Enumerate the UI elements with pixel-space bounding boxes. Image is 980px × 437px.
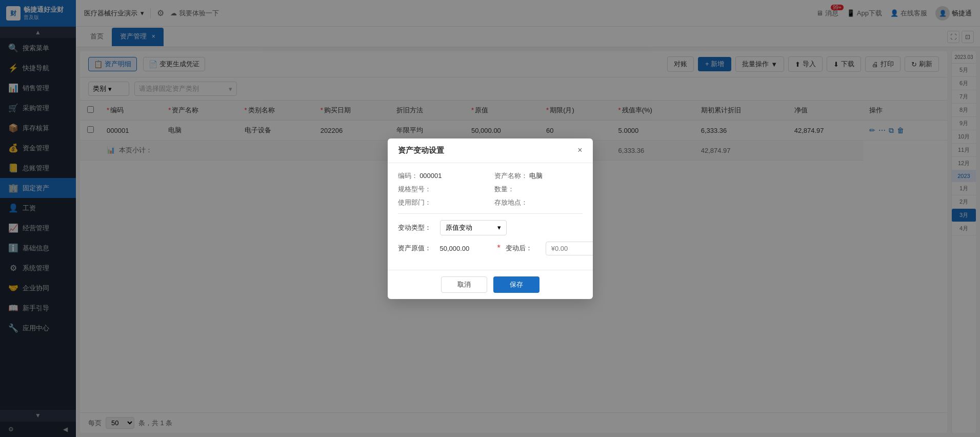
dialog-header: 资产变动设置 ×: [388, 138, 593, 163]
after-change-input[interactable]: [546, 242, 593, 255]
dialog-body: 编码： 000001 资产名称： 电脑 规格型号： 数量： 使用部门：: [388, 163, 593, 270]
dialog-quantity: 数量：: [494, 185, 583, 194]
asset-original-value: 50,000.00: [440, 245, 491, 252]
cancel-btn[interactable]: 取消: [441, 276, 487, 293]
dialog-department: 使用部门：: [398, 198, 486, 207]
change-type-value: 原值变动: [446, 223, 472, 232]
dialog-code: 编码： 000001: [398, 171, 486, 181]
after-change-label: 变动后：: [506, 244, 542, 253]
change-type-chevron-icon: ▾: [497, 224, 501, 231]
dialog-location: 存放地点：: [494, 198, 583, 207]
change-type-row: 变动类型： 原值变动 ▾: [398, 220, 583, 235]
dialog-name: 资产名称： 电脑: [494, 171, 583, 181]
dialog-name-value: 电脑: [529, 172, 543, 180]
asset-change-dialog: 资产变动设置 × 编码： 000001 资产名称： 电脑 规格型号： 数量：: [388, 138, 593, 299]
after-change-group: * 变动后：: [497, 242, 593, 255]
dialog-spec: 规格型号：: [398, 185, 486, 194]
dialog-footer: 取消 保存: [388, 270, 593, 299]
dialog-divider: [398, 213, 583, 214]
change-type-select[interactable]: 原值变动 ▾: [440, 220, 507, 235]
dialog-overlay: 资产变动设置 × 编码： 000001 资产名称： 电脑 规格型号： 数量：: [0, 0, 980, 437]
dialog-close-btn[interactable]: ×: [577, 146, 582, 155]
dialog-info-grid: 编码： 000001 资产名称： 电脑 规格型号： 数量： 使用部门：: [398, 171, 583, 207]
save-btn[interactable]: 保存: [493, 276, 539, 293]
required-star: *: [497, 244, 501, 253]
change-type-label: 变动类型：: [398, 223, 434, 232]
asset-original-row: 资产原值： 50,000.00 * 变动后：: [398, 242, 583, 255]
asset-original-label: 资产原值：: [398, 244, 434, 253]
dialog-code-value: 000001: [419, 172, 442, 180]
dialog-title: 资产变动设置: [398, 146, 444, 155]
